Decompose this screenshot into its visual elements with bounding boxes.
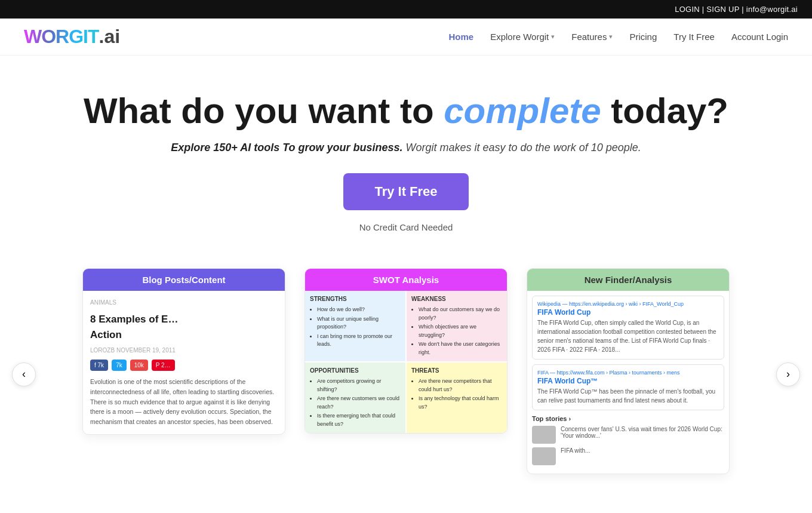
nav-home[interactable]: Home — [448, 32, 473, 42]
carousel-section: ‹ Blog Posts/Content ANIMALS 8 Examples … — [0, 250, 812, 498]
navbar: WORGIT.ai Home Explore Worgit ▾ Features… — [0, 19, 812, 56]
finder-card-header: New Finder/Analysis — [527, 269, 729, 291]
blog-social-buttons: f 7k 7k 10k P 2… — [90, 360, 278, 371]
blog-card-body: ANIMALS 8 Examples of E…Action LOROZB NO… — [83, 291, 285, 434]
top-stories-label: Top stories › — [532, 415, 724, 422]
result-1-source: Wikipedia — https://en.wikipedia.org › w… — [537, 301, 719, 307]
try-it-free-button[interactable]: Try It Free — [343, 173, 468, 210]
facebook-share[interactable]: f 7k — [90, 360, 108, 371]
nav-links: Home Explore Worgit ▾ Features ▾ Pricing… — [448, 32, 788, 42]
hero-complete-word: complete — [444, 91, 601, 131]
result-2-source: FIFA — https://www.fifa.com › Plasma › t… — [537, 370, 719, 376]
blog-category: ANIMALS — [90, 298, 278, 307]
hero-subtitle: Explore 150+ AI tools To grow your busin… — [24, 142, 788, 154]
strengths-header: STRENGTHS — [310, 294, 401, 303]
swot-card-body: STRENGTHS How do we do well? What is our… — [305, 291, 507, 433]
chevron-icon: ▾ — [551, 33, 555, 41]
perfect-fit-section: A perfect fit for every company — [0, 498, 812, 513]
carousel-prev-button[interactable]: ‹ — [12, 363, 36, 386]
story-1-text: Concerns over fans' U.S. visa wait times… — [561, 426, 724, 439]
finder-card-body: Wikipedia — https://en.wikipedia.org › w… — [527, 291, 729, 474]
weaknesses-header: WEAKNESS — [411, 294, 502, 303]
swot-threats: THREATS Are there new competitors that c… — [407, 363, 507, 433]
nav-try-it-free[interactable]: Try It Free — [673, 32, 715, 42]
blog-author-date: LOROZB NOVEMBER 19, 2011 — [90, 346, 278, 355]
carousel-track: Blog Posts/Content ANIMALS 8 Examples of… — [0, 268, 812, 474]
chevron-icon: ▾ — [609, 33, 613, 41]
finder-story-1: Concerns over fans' U.S. visa wait times… — [532, 426, 724, 444]
swot-strengths: STRENGTHS How do we do well? What is our… — [305, 291, 405, 361]
threats-header: THREATS — [411, 366, 502, 375]
pinterest-share[interactable]: P 2… — [152, 360, 175, 371]
carousel-card-swot: SWOT Analysis STRENGTHS How do we do wel… — [304, 268, 508, 434]
story-2-text: FIFA with... — [561, 447, 590, 454]
story-2-thumb — [532, 447, 556, 465]
hero-headline: What do you want to complete today? — [24, 91, 788, 131]
nav-pricing[interactable]: Pricing — [629, 32, 657, 42]
carousel-next-button[interactable]: › — [776, 363, 800, 386]
nav-explore[interactable]: Explore Worgit ▾ — [490, 32, 555, 42]
result-2-title[interactable]: FIFA World Cup™ — [537, 377, 719, 385]
weaknesses-list: What do our customers say we do poorly? … — [411, 306, 502, 357]
logo-ai: .ai — [99, 26, 121, 48]
finder-result-1: Wikipedia — https://en.wikipedia.org › w… — [532, 296, 724, 360]
strengths-list: How do we do well? What is our unique se… — [310, 306, 401, 349]
story-1-thumb — [532, 426, 556, 444]
swot-opportunities: OPPORTUNITIES Are competitors growing or… — [305, 363, 405, 433]
swot-weaknesses: WEAKNESS What do our customers say we do… — [407, 291, 507, 361]
swot-grid: STRENGTHS How do we do well? What is our… — [305, 291, 507, 433]
share-button[interactable]: 10k — [130, 360, 148, 371]
logo[interactable]: WORGIT.ai — [24, 26, 120, 48]
result-1-title[interactable]: FIFA World Cup — [537, 308, 719, 317]
carousel-card-blog: Blog Posts/Content ANIMALS 8 Examples of… — [82, 268, 285, 435]
top-bar: LOGIN | SIGN UP | info@worgit.ai — [0, 0, 812, 19]
threats-list: Are there new competitors that could hur… — [411, 377, 502, 411]
blog-title: 8 Examples of E…Action — [90, 312, 278, 342]
swot-card-header: SWOT Analysis — [305, 269, 507, 291]
no-credit-card-label: No Credit Card Needed — [24, 222, 788, 232]
nav-features[interactable]: Features ▾ — [571, 32, 613, 42]
opportunities-header: OPPORTUNITIES — [310, 366, 401, 375]
twitter-share[interactable]: 7k — [112, 360, 127, 371]
nav-account-login[interactable]: Account Login — [731, 32, 788, 42]
result-2-snippet: The FIFA World Cup™ has been the pinnacl… — [537, 387, 719, 405]
login-link[interactable]: LOGIN — [675, 5, 700, 14]
result-1-snippet: The FIFA World Cup, often simply called … — [537, 318, 719, 354]
carousel-card-finder: New Finder/Analysis Wikipedia — https://… — [527, 268, 730, 474]
finder-story-2: FIFA with... — [532, 447, 724, 465]
hero-section: What do you want to complete today? Expl… — [0, 56, 812, 250]
logo-text: WORGIT — [24, 26, 99, 48]
opportunities-list: Are competitors growing or shifting? Are… — [310, 377, 401, 428]
blog-text: Evolution is one of the most scientific … — [90, 377, 278, 427]
email-link[interactable]: info@worgit.ai — [746, 5, 798, 14]
finder-result-2: FIFA — https://www.fifa.com › Plasma › t… — [532, 364, 724, 410]
blog-card-header: Blog Posts/Content — [83, 269, 285, 291]
signup-link[interactable]: SIGN UP — [706, 5, 739, 14]
